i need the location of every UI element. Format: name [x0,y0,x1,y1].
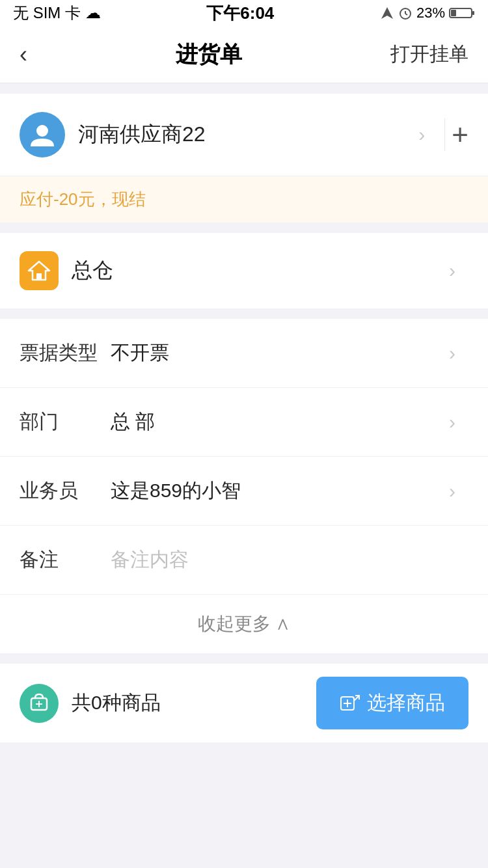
status-right: 23% [380,5,475,21]
cart-icon [27,692,51,715]
chevron-right-icon: › [449,260,455,282]
salesperson-value: 这是859的小智 [111,478,449,504]
chevron-right-icon: › [449,342,455,364]
collapse-button[interactable]: 收起更多 ∧ [0,594,488,653]
warehouse-row[interactable]: 总仓 › [0,233,488,308]
bottom-bar: 共0种商品 选择商品 [0,664,488,742]
remark-input[interactable]: 备注内容 [111,547,468,573]
select-product-label: 选择商品 [367,690,445,716]
svg-rect-9 [36,273,42,280]
remark-label: 备注 [20,547,111,573]
svg-marker-0 [381,7,393,19]
page-background [0,742,488,868]
product-count: 共0种商品 [72,690,316,716]
open-pending-button[interactable]: 打开挂单 [390,41,468,68]
page-title: 进货单 [176,40,242,70]
remark-row[interactable]: 备注 备注内容 [0,525,488,594]
location-icon [380,6,394,20]
invoice-label: 票据类型 [20,340,111,366]
status-left: 无 SIM 卡 ☁ [13,3,101,23]
product-icon [20,684,59,723]
svg-line-3 [405,14,407,15]
status-time: 下午6:04 [206,2,274,25]
battery-text: 23% [416,5,445,21]
separator [0,83,488,94]
divider [444,118,445,151]
chevron-right-icon: › [418,124,425,146]
alarm-icon [398,6,413,20]
warehouse-icon [20,251,59,290]
add-supplier-button[interactable]: + [452,120,468,149]
department-value: 总 部 [111,409,449,435]
invoice-value: 不开票 [111,340,449,366]
warehouse-section: 总仓 › [0,233,488,308]
chevron-right-icon: › [449,480,455,502]
status-bar: 无 SIM 卡 ☁ 下午6:04 23% [0,0,488,26]
select-product-button[interactable]: 选择商品 [316,677,468,729]
house-icon [27,259,51,282]
supplier-name: 河南供应商22 [78,120,418,149]
svg-point-7 [36,125,48,137]
select-icon [340,693,360,714]
svg-rect-5 [451,10,456,16]
form-section: 票据类型 不开票 › 部门 总 部 › 业务员 这是859的小智 › 备注 备注… [0,319,488,653]
battery-icon [449,6,475,20]
department-row[interactable]: 部门 总 部 › [0,387,488,456]
salesperson-label: 业务员 [20,478,111,504]
department-label: 部门 [20,409,111,435]
notice-text: 应付-20元，现结 [20,189,146,209]
invoice-type-row[interactable]: 票据类型 不开票 › [0,319,488,387]
notice-bar: 应付-20元，现结 [0,176,488,223]
person-icon [28,120,57,149]
back-button[interactable]: ‹ [20,41,27,68]
nav-bar: ‹ 进货单 打开挂单 [0,26,488,83]
warehouse-name: 总仓 [72,256,449,285]
svg-line-16 [354,696,359,701]
signal-text: 无 SIM 卡 ☁ [13,3,101,23]
collapse-label: 收起更多 ∧ [198,612,291,636]
supplier-row[interactable]: 河南供应商22 › + [0,94,488,176]
supplier-section: 河南供应商22 › + 应付-20元，现结 [0,94,488,223]
avatar [20,112,65,157]
chevron-right-icon: › [449,411,455,433]
svg-rect-6 [472,11,474,15]
salesperson-row[interactable]: 业务员 这是859的小智 › [0,456,488,525]
